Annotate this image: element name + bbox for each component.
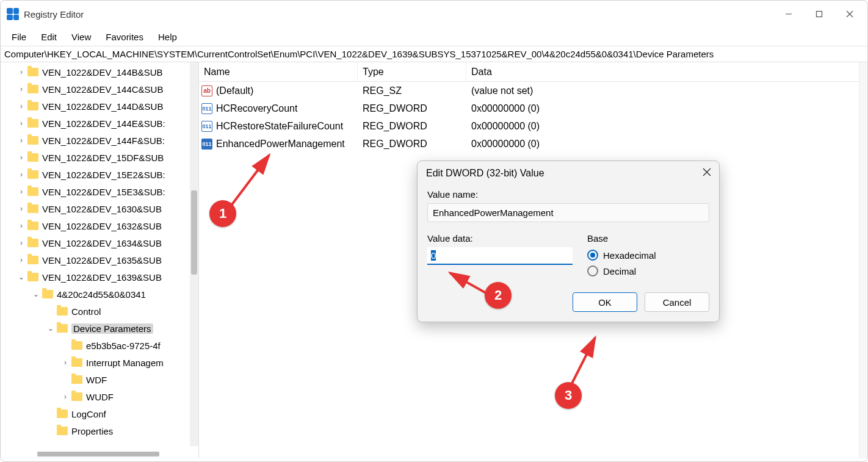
chevron-right-icon[interactable]: › — [60, 358, 70, 367]
menu-file[interactable]: File — [4, 29, 34, 45]
tree-item[interactable]: e5b3b5ac-9725-4f — [1, 337, 198, 354]
chevron-right-icon[interactable]: › — [16, 170, 26, 179]
folder-icon — [71, 341, 82, 350]
ok-button[interactable]: OK — [573, 292, 637, 312]
chevron-right-icon[interactable]: › — [16, 153, 26, 162]
tree-item[interactable]: ›VEN_1022&DEV_15E2&SUB: — [1, 166, 198, 183]
radio-decimal[interactable]: Decimal — [587, 263, 709, 279]
tree-item[interactable]: ›VEN_1022&DEV_15E3&SUB: — [1, 183, 198, 200]
tree-item[interactable]: ›VEN_1022&DEV_15DF&SUB — [1, 149, 198, 166]
dialog-close-button[interactable] — [702, 167, 712, 179]
tree-item[interactable]: ›VEN_1022&DEV_144C&SUB — [1, 81, 198, 98]
address-bar[interactable]: Computer\HKEY_LOCAL_MACHINE\SYSTEM\Curre… — [1, 46, 867, 62]
tree-item-label: VEN_1022&DEV_144C&SUB — [42, 84, 163, 95]
radio-hexadecimal[interactable]: Hexadecimal — [587, 247, 709, 263]
list-row[interactable]: ab(Default)REG_SZ(value not set) — [199, 82, 867, 99]
tree-item[interactable]: ›VEN_1022&DEV_1634&SUB — [1, 234, 198, 251]
value-name: (Default) — [216, 85, 253, 96]
list-row[interactable]: 011EnhancedPowerManagementREG_DWORD0x000… — [199, 135, 867, 153]
tree-item-label: VEN_1022&DEV_15DF&SUB — [42, 153, 164, 163]
dialog-title: Edit DWORD (32-bit) Value — [426, 168, 544, 179]
list-row[interactable]: 011HCRecoveryCountREG_DWORD0x00000000 (0… — [199, 99, 867, 117]
menu-help[interactable]: Help — [151, 29, 184, 45]
value-data: 0x00000000 (0) — [466, 103, 867, 114]
tree-item[interactable]: ›VEN_1022&DEV_144F&SUB: — [1, 132, 198, 149]
chevron-right-icon[interactable]: › — [16, 136, 26, 145]
close-button[interactable] — [834, 2, 865, 26]
tree-item-label: Properties — [71, 426, 113, 436]
chevron-right-icon[interactable]: › — [16, 222, 26, 230]
minimize-button[interactable] — [773, 2, 804, 26]
cancel-button[interactable]: Cancel — [645, 292, 709, 312]
chevron-right-icon[interactable]: › — [16, 239, 26, 247]
folder-icon — [27, 119, 38, 128]
maximize-button[interactable] — [804, 2, 834, 26]
chevron-down-icon[interactable]: ⌄ — [16, 273, 26, 281]
tree-item[interactable]: WDF — [1, 371, 198, 388]
svg-rect-1 — [817, 12, 822, 17]
chevron-down-icon[interactable]: ⌄ — [46, 324, 56, 333]
column-header-name[interactable]: Name — [199, 62, 358, 81]
tree-item[interactable]: ›VEN_1022&DEV_1635&SUB — [1, 251, 198, 269]
folder-icon — [71, 358, 82, 367]
chevron-right-icon[interactable]: › — [16, 119, 26, 128]
folder-icon — [57, 427, 68, 435]
list-row[interactable]: 011HCRestoreStateFailureCountREG_DWORD0x… — [199, 117, 867, 135]
window-titlebar: Registry Editor — [1, 1, 867, 27]
chevron-right-icon[interactable]: › — [16, 187, 26, 196]
folder-icon — [71, 392, 82, 401]
tree-item-label: e5b3b5ac-9725-4f — [86, 341, 161, 351]
folder-icon — [42, 290, 53, 298]
tree-item[interactable]: ›VEN_1022&DEV_1632&SUB — [1, 217, 198, 234]
folder-icon — [27, 273, 38, 281]
chevron-right-icon[interactable]: › — [16, 85, 26, 93]
tree-item-label: Interrupt Managem — [86, 358, 164, 368]
tree-item[interactable]: Control — [1, 303, 198, 320]
list-vertical-scrollbar[interactable] — [859, 62, 867, 458]
chevron-right-icon[interactable]: › — [16, 204, 26, 213]
value-data-input[interactable] — [427, 247, 573, 265]
annotation-badge-3: 3 — [555, 382, 582, 409]
chevron-right-icon[interactable]: › — [60, 392, 70, 401]
tree-item-label: VEN_1022&DEV_1639&SUB — [42, 272, 162, 283]
folder-icon — [27, 239, 38, 247]
tree-horizontal-scrollbar[interactable] — [1, 450, 190, 458]
tree-item[interactable]: Properties — [1, 422, 198, 439]
chevron-right-icon[interactable]: › — [16, 102, 26, 110]
chevron-down-icon[interactable]: ⌄ — [31, 290, 41, 298]
value-name-field: EnhancedPowerManagement — [427, 203, 709, 222]
menu-favorites[interactable]: Favorites — [98, 29, 151, 45]
tree-pane: ›VEN_1022&DEV_144B&SUB›VEN_1022&DEV_144C… — [1, 62, 199, 458]
column-header-type[interactable]: Type — [358, 62, 466, 81]
tree-item[interactable]: ›VEN_1022&DEV_144B&SUB — [1, 63, 198, 81]
value-type: REG_SZ — [358, 85, 466, 96]
tree-item[interactable]: ⌄4&20c24d55&0&0341 — [1, 286, 198, 303]
column-header-data[interactable]: Data — [466, 62, 867, 81]
tree-item-label: VEN_1022&DEV_144E&SUB: — [42, 118, 165, 129]
folder-icon — [27, 204, 38, 213]
value-data: 0x00000000 (0) — [466, 121, 867, 132]
tree-item[interactable]: ⌄Device Parameters — [1, 320, 198, 337]
tree-item[interactable]: ›WUDF — [1, 388, 198, 405]
radio-icon — [587, 250, 598, 261]
tree-item-label: VEN_1022&DEV_144B&SUB — [42, 67, 163, 78]
annotation-badge-2: 2 — [485, 282, 512, 309]
tree-item[interactable]: ⌄VEN_1022&DEV_1639&SUB — [1, 269, 198, 286]
tree-item-label: VEN_1022&DEV_1632&SUB — [42, 221, 162, 231]
tree-item[interactable]: ›VEN_1022&DEV_144E&SUB: — [1, 115, 198, 132]
tree-item[interactable]: LogConf — [1, 405, 198, 422]
tree-item-label: WUDF — [86, 392, 114, 402]
tree-item[interactable]: ›Interrupt Managem — [1, 354, 198, 371]
menu-edit[interactable]: Edit — [34, 29, 64, 45]
folder-icon — [27, 256, 38, 264]
tree-item[interactable]: ›VEN_1022&DEV_1630&SUB — [1, 200, 198, 217]
value-name: HCRecoveryCount — [216, 103, 297, 114]
menu-view[interactable]: View — [64, 29, 98, 45]
value-data: (value not set) — [466, 85, 867, 96]
tree-item[interactable]: ›VEN_1022&DEV_144D&SUB — [1, 98, 198, 115]
tree-vertical-scrollbar[interactable] — [190, 62, 198, 446]
tree-item-label: 4&20c24d55&0&0341 — [57, 289, 146, 300]
binary-value-icon: 011 — [201, 103, 212, 114]
chevron-right-icon[interactable]: › — [16, 256, 26, 264]
chevron-right-icon[interactable]: › — [16, 68, 26, 76]
